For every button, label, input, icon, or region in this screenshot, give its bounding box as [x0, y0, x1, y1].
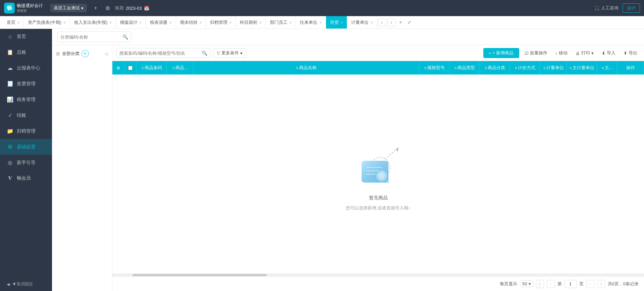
tab-close-all-button[interactable]: × — [397, 18, 405, 27]
th-checkbox[interactable] — [124, 61, 137, 75]
category-search-icon[interactable]: 🔍 — [122, 34, 128, 40]
th-category[interactable]: ⇅ 商品分类 — [480, 61, 510, 75]
tab-template[interactable]: 模版设计 × — [116, 16, 146, 29]
tab-close-icon[interactable]: × — [140, 20, 142, 25]
tab-close-icon[interactable]: × — [259, 20, 261, 25]
th-spec[interactable]: ⇅ 规格型号 — [419, 61, 449, 75]
account-button[interactable]: 会计 — [623, 3, 640, 13]
batch-button[interactable]: ☑ 批量操作 — [522, 49, 550, 57]
print-button[interactable]: 🖨 打印 ▾ — [573, 49, 596, 57]
sidebar-unpin-button[interactable]: ◀ ◀ 取消固定 — [0, 277, 52, 291]
main-search-input[interactable] — [119, 51, 200, 56]
th-price-method[interactable]: ⇅ 计价方式 — [510, 61, 540, 75]
tab-income[interactable]: 收入支出表(年报) × — [70, 16, 116, 29]
sidebar-item-ledger[interactable]: 📋 总账 — [0, 44, 52, 60]
tab-tax[interactable]: 税表清册 × — [146, 16, 176, 29]
member-icon: V — [7, 175, 13, 181]
th-main-unit[interactable]: ⇅ 主计量单位 — [567, 61, 597, 75]
tab-close-icon[interactable]: × — [169, 20, 171, 25]
tab-label: 资产负债表(中期) — [28, 19, 61, 26]
export-button[interactable]: ⬆ 导出 — [621, 49, 640, 57]
tab-next-button[interactable]: › — [387, 18, 395, 27]
tab-close-icon[interactable]: × — [17, 20, 19, 25]
service-button[interactable]: 🎧 人工咨询 — [594, 5, 619, 11]
scroll-track[interactable] — [112, 274, 644, 276]
settings-icon: ⚙ — [7, 144, 13, 150]
main-search-icon[interactable]: 🔍 — [202, 50, 207, 56]
move-label: 移动 — [559, 50, 568, 56]
sort-icon: ⇅ — [141, 66, 144, 70]
tab-label: 归档管理 — [210, 19, 227, 26]
page-prev-button[interactable]: ‹ — [547, 280, 555, 288]
th-unit[interactable]: ⇅ 计量单位 — [540, 61, 567, 75]
calendar-icon[interactable]: 📅 — [144, 6, 149, 11]
sidebar-item-cloud[interactable]: ☁ 云报表中心 — [0, 60, 52, 76]
th-main-num[interactable]: ⇅ 主... — [597, 61, 617, 75]
sidebar-item-home[interactable]: ⌂ 首页 — [0, 29, 52, 44]
new-product-button[interactable]: + + 新增商品 — [483, 48, 519, 58]
category-search-input[interactable] — [60, 35, 121, 40]
tab-expand-button[interactable]: ⤢ — [406, 18, 414, 27]
per-page-select[interactable]: 50 ▾ — [520, 280, 533, 287]
pagination-bar: 每页显示 50 ▾ |‹ ‹ 第 页 › ›| 共0页，0条记录 — [112, 276, 644, 291]
new-btn-label: + 新增商品 — [492, 50, 514, 56]
tab-close-icon[interactable]: × — [63, 20, 65, 25]
tab-close-icon[interactable]: × — [109, 20, 111, 25]
page-input[interactable] — [565, 280, 577, 288]
sidebar-item-guide[interactable]: ◎ 新手引导 — [0, 155, 52, 171]
sort-icon: ⇅ — [515, 66, 517, 70]
company-selector[interactable]: 基层工会测试 ▾ — [50, 4, 87, 12]
move-button[interactable]: ↕ 移动 — [553, 49, 571, 57]
category-label: 全部分类 — [62, 51, 79, 57]
filter-button[interactable]: ▽ 更多条件 ▾ — [213, 48, 246, 58]
sidebar-item-invoice[interactable]: 🧾 发票管理 — [0, 76, 52, 92]
tab-unit[interactable]: 计量单位 × — [347, 16, 377, 29]
logo-area: 畅 畅捷通好会计 旗舰版 — [4, 3, 48, 13]
tab-period-end[interactable]: 期末结转 × — [176, 16, 206, 29]
tab-subject[interactable]: 科目期初 × — [236, 16, 266, 29]
tab-close-icon[interactable]: × — [289, 20, 291, 25]
closing-icon: ✓ — [7, 112, 13, 118]
tab-close-icon[interactable]: × — [319, 20, 321, 25]
guide-icon: ◎ — [7, 159, 13, 166]
tab-archive[interactable]: 归档管理 × — [206, 16, 236, 29]
tab-close-icon[interactable]: × — [341, 20, 343, 25]
tab-home[interactable]: 首页 × — [3, 16, 24, 29]
th-barcode[interactable]: ⇅ 商品条码 — [137, 61, 167, 75]
category-collapse-button[interactable]: ◁ — [104, 51, 108, 56]
sidebar-item-label: 总账 — [17, 49, 26, 55]
th-name[interactable]: ⇅ 商品名称 — [194, 61, 419, 75]
tab-prev-button[interactable]: ‹ — [378, 18, 386, 27]
page-next-button[interactable]: › — [586, 280, 594, 288]
page-first-button[interactable]: |‹ — [536, 280, 544, 288]
tab-vendor[interactable]: 往来单位 × — [296, 16, 326, 29]
category-edit-button[interactable]: ✎ — [82, 50, 89, 57]
th-code[interactable]: ⇅ 商品... — [167, 61, 194, 75]
page-last-button[interactable]: ›| — [597, 280, 605, 288]
sidebar-item-closing[interactable]: ✓ 结账 — [0, 107, 52, 123]
chevron-down-icon: ▾ — [240, 51, 243, 56]
tab-dept[interactable]: 部门员工 × — [266, 16, 296, 29]
settings-icon[interactable]: ⚙ — [103, 3, 112, 13]
th-settings[interactable]: ⚙ — [112, 61, 124, 75]
th-operations: 操作 — [617, 61, 644, 75]
th-type[interactable]: ⇅ 商品类型 — [449, 61, 480, 75]
sidebar-item-member[interactable]: V 畅会员 — [0, 171, 52, 186]
tab-inventory[interactable]: 存货 × — [326, 16, 347, 29]
tab-close-icon[interactable]: × — [200, 20, 202, 25]
toolbar: 🔍 — [52, 29, 644, 45]
sidebar: ⌂ 首页 📋 总账 ☁ 云报表中心 🧾 发票管理 📊 税务管理 ✓ 结账 📁 归… — [0, 29, 52, 291]
import-button[interactable]: ⬇ 导入 — [599, 49, 618, 57]
home-icon: ⌂ — [7, 34, 13, 40]
sidebar-item-tax[interactable]: 📊 税务管理 — [0, 92, 52, 107]
tab-label: 首页 — [7, 19, 15, 26]
tab-bar: 首页 × 资产负债表(中期) × 收入支出表(年报) × 模版设计 × 税表清册… — [0, 16, 644, 29]
add-tab-button[interactable]: + — [91, 3, 100, 13]
select-all-checkbox[interactable] — [128, 66, 132, 70]
tab-close-icon[interactable]: × — [371, 20, 373, 25]
sidebar-item-settings[interactable]: ⚙ 基础设置 — [0, 139, 52, 155]
tab-balance[interactable]: 资产负债表(中期) × — [24, 16, 70, 29]
batch-icon: ☑ — [525, 51, 529, 56]
sidebar-item-archive[interactable]: 📁 归档管理 — [0, 123, 52, 139]
tab-close-icon[interactable]: × — [229, 20, 231, 25]
